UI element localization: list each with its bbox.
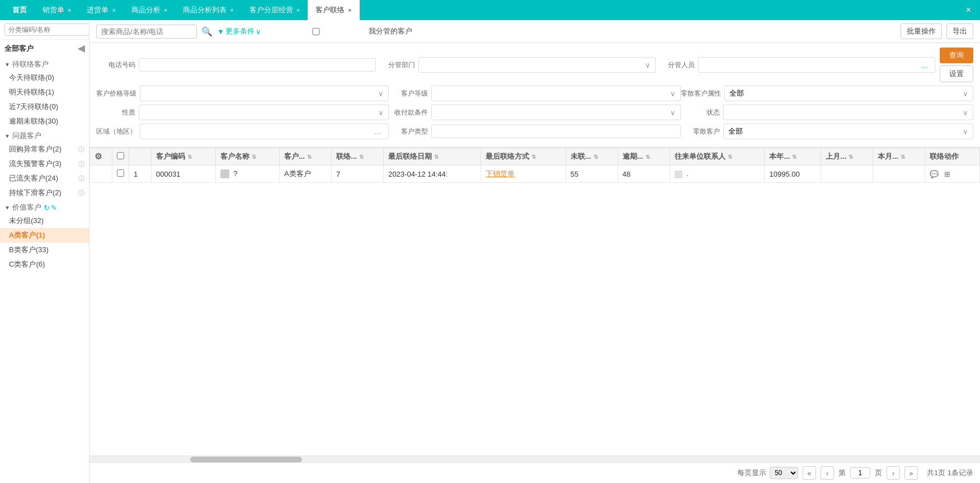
- close-sales-tab[interactable]: ×: [68, 7, 71, 13]
- person-select[interactable]: …: [698, 57, 935, 73]
- row-contact: 7: [332, 165, 384, 183]
- code-sort-icon[interactable]: ⇅: [187, 154, 192, 160]
- info-icon-1: ⓘ: [78, 145, 84, 154]
- my-customers-filter[interactable]: 我分管的客户: [266, 26, 412, 36]
- batch-operation-button[interactable]: 批量操作: [901, 23, 942, 39]
- nav-goods-analysis[interactable]: 商品分析 ×: [124, 0, 175, 20]
- col-action-header: 联络动作: [925, 148, 980, 165]
- scroll-thumb[interactable]: [190, 457, 302, 462]
- overdue-sort-icon[interactable]: ⇅: [646, 154, 650, 160]
- setting-button[interactable]: 设置: [940, 65, 973, 82]
- nature-select[interactable]: ∨: [139, 105, 389, 120]
- type-sort-icon[interactable]: ⇅: [307, 154, 312, 160]
- person-ellipsis-icon[interactable]: …: [918, 61, 930, 69]
- retail-attr-select[interactable]: 全部 ∨: [724, 86, 973, 101]
- next-page-button[interactable]: ›: [887, 466, 900, 480]
- sidebar-item-declining[interactable]: 持续下滑客户(2) ⓘ: [0, 186, 89, 200]
- first-page-button[interactable]: «: [803, 466, 816, 480]
- phone-input[interactable]: [139, 58, 376, 72]
- region-input[interactable]: …: [140, 124, 389, 139]
- sidebar-all-customers[interactable]: 全部客户 ◀: [0, 40, 89, 57]
- status-select[interactable]: ∨: [723, 105, 973, 120]
- page-size-select[interactable]: 50100200: [770, 467, 798, 479]
- table-settings-icon[interactable]: ⚙: [95, 151, 102, 161]
- last-page-button[interactable]: »: [904, 466, 918, 480]
- region-ellipsis-icon[interactable]: …: [372, 127, 384, 136]
- price-level-select[interactable]: ∨: [140, 86, 389, 101]
- dept-label: 分管部门: [376, 60, 415, 70]
- close-customer-layer-tab[interactable]: ×: [296, 7, 300, 13]
- col-no-contact-header: 未联... ⇅: [566, 148, 618, 165]
- sidebar-item-churn-warning[interactable]: 流失预警客户(3) ⓘ: [0, 157, 89, 171]
- no-contact-sort-icon[interactable]: ⇅: [593, 154, 598, 160]
- customer-level-select[interactable]: ∨: [431, 86, 681, 101]
- top-navigation: 首页 销货单 × 进货单 × 商品分析 × 商品分析列表 × 客户分层经营 × …: [0, 0, 980, 20]
- window-close[interactable]: ×: [962, 5, 976, 15]
- sidebar-item-ungrouped[interactable]: 未分组(32): [0, 214, 89, 228]
- row-code: 000031: [152, 165, 216, 183]
- horizontal-scrollbar[interactable]: [89, 456, 980, 462]
- sidebar-item-overdue-pending[interactable]: 逾期未联络(30): [0, 114, 89, 129]
- sidebar-search-input[interactable]: [4, 23, 89, 36]
- nav-customer-layer[interactable]: 客户分层经营 ×: [242, 0, 308, 20]
- sidebar-item-class-c[interactable]: C类客户(6): [0, 257, 89, 272]
- person-sort-icon[interactable]: ⇅: [728, 154, 732, 160]
- value-refresh-icon[interactable]: ↻: [44, 203, 50, 212]
- this-year-sort-icon[interactable]: ⇅: [792, 154, 797, 160]
- value-edit-icon[interactable]: ✎: [51, 203, 57, 212]
- query-button[interactable]: 查询: [940, 48, 973, 63]
- sidebar-item-tomorrow-pending[interactable]: 明天待联络(1): [0, 85, 89, 100]
- nav-goods-analysis-list[interactable]: 商品分析列表 ×: [175, 0, 241, 20]
- sidebar-group-value[interactable]: ▼ 价值客户 ↻ ✎: [0, 200, 89, 214]
- close-goods-list-tab[interactable]: ×: [230, 7, 233, 13]
- more-filter-button[interactable]: ▼ 更多条件 ∨: [217, 26, 261, 36]
- close-customer-contact-tab[interactable]: ×: [348, 7, 351, 13]
- prev-page-button[interactable]: ‹: [821, 466, 834, 480]
- close-goods-analysis-tab[interactable]: ×: [164, 7, 167, 13]
- last-date-sort-icon[interactable]: ⇅: [434, 154, 439, 160]
- last-method-sort-icon[interactable]: ⇅: [531, 154, 536, 160]
- search-button[interactable]: 🔍: [201, 26, 213, 37]
- sidebar-item-today-pending[interactable]: 今天待联络(0): [0, 70, 89, 85]
- sidebar-group-problem[interactable]: ▼ 问题客户: [0, 129, 89, 142]
- sidebar-item-class-b[interactable]: B类客户(33): [0, 243, 89, 257]
- nav-sales[interactable]: 销货单 ×: [35, 0, 79, 20]
- nav-purchase[interactable]: 进货单 ×: [79, 0, 123, 20]
- action-message-icon[interactable]: 💬: [930, 170, 939, 178]
- row-last-method[interactable]: 下销货单: [481, 165, 566, 183]
- sidebar-item-class-a[interactable]: A类客户(1): [0, 228, 89, 243]
- retail-customer-select[interactable]: 全部 ∨: [723, 124, 973, 139]
- nav-home[interactable]: 首页: [4, 0, 35, 20]
- my-customers-checkbox[interactable]: [266, 28, 366, 35]
- dept-arrow-icon: ∨: [645, 61, 651, 69]
- info-icon-2: ⓘ: [78, 160, 84, 168]
- sidebar-group-pending[interactable]: ▼ 待联络客户: [0, 57, 89, 70]
- sidebar-item-abnormal-repurchase[interactable]: 回购异常客户(2) ⓘ: [0, 142, 89, 157]
- retail-customer-arrow-icon: ∨: [963, 127, 968, 136]
- this-month-sort-icon[interactable]: ⇅: [901, 154, 905, 160]
- select-all-checkbox[interactable]: [117, 152, 124, 159]
- close-purchase-tab[interactable]: ×: [112, 7, 115, 13]
- col-contact-header: 联络... ⇅: [332, 148, 384, 165]
- export-button[interactable]: 导出: [946, 23, 973, 39]
- filter-cell-customer-level: 客户等级 ∨: [389, 86, 681, 101]
- table-area: ⚙ 客户编码 ⇅: [89, 148, 980, 456]
- sidebar-item-7day-pending[interactable]: 近7天待联络(0): [0, 100, 89, 114]
- region-label: 区域（地区）: [96, 127, 136, 136]
- name-sort-icon[interactable]: ⇅: [252, 154, 256, 160]
- nav-customer-contact[interactable]: 客户联络 ×: [308, 0, 359, 20]
- page-number-input[interactable]: [850, 467, 870, 479]
- row-select-checkbox[interactable]: [117, 169, 124, 177]
- sidebar-collapse-icon[interactable]: ◀: [78, 43, 84, 54]
- row-index: 1: [129, 165, 152, 183]
- customer-type-input[interactable]: [431, 125, 681, 138]
- search-input[interactable]: [96, 25, 197, 39]
- payment-select[interactable]: ∨: [431, 105, 681, 120]
- sidebar-item-churned[interactable]: 已流失客户(24) ⓘ: [0, 171, 89, 186]
- col-index-header: [129, 148, 152, 165]
- last-month-sort-icon[interactable]: ⇅: [849, 154, 853, 160]
- contact-sort-icon[interactable]: ⇅: [359, 154, 364, 160]
- action-qr-icon[interactable]: ⊞: [944, 170, 950, 178]
- dept-select[interactable]: ∨: [418, 57, 656, 73]
- table-header-row: ⚙ 客户编码 ⇅: [90, 148, 980, 165]
